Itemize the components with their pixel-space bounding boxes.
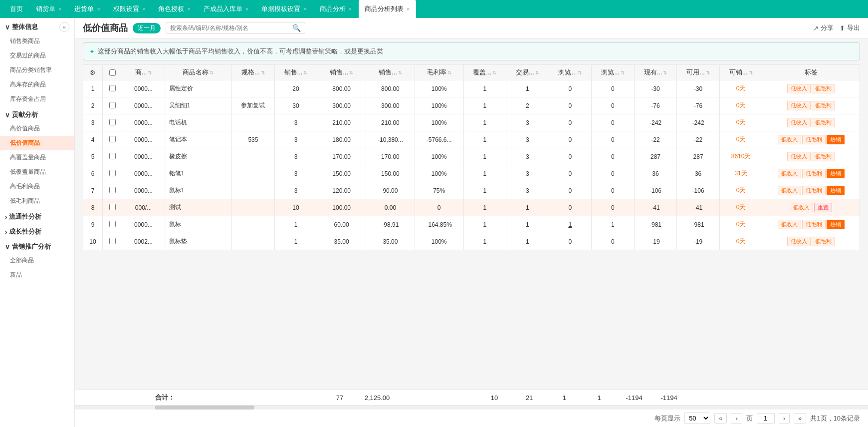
close-icon[interactable]: × <box>58 6 61 12</box>
select-all-checkbox[interactable] <box>109 69 116 76</box>
row-checkbox[interactable] <box>103 148 122 165</box>
col-sales3[interactable]: 销售...⇅ <box>366 65 415 80</box>
row-select-checkbox[interactable] <box>109 204 116 210</box>
sidebar-group-growth[interactable]: › 成长性分析 <box>0 223 74 238</box>
sidebar-group-marketing[interactable]: ∨ 营销推广分析 <box>0 238 74 253</box>
sidebar-item-category-sales-rate[interactable]: 商品分类销售率 <box>0 63 74 77</box>
col-stock1[interactable]: 现有...⇅ <box>634 65 677 80</box>
row-checkbox[interactable] <box>103 165 122 182</box>
sidebar-item-low-value[interactable]: 低价值商品 <box>0 136 74 150</box>
row-name[interactable]: 电话机 <box>165 114 231 131</box>
row-select-checkbox[interactable] <box>109 221 116 227</box>
sidebar-group-overall[interactable]: ∨ 整体信息 « <box>0 18 74 34</box>
table-row[interactable]: 1 0000... 属性定价 20 800.00 800.00 100% 1 1… <box>83 80 860 97</box>
col-settings[interactable]: ⚙ <box>83 65 103 80</box>
row-name[interactable]: 鼠标垫 <box>165 233 231 250</box>
scrollbar-thumb[interactable] <box>155 406 254 410</box>
table-row[interactable]: 5 0000... 橡皮擦 3 170.00 170.00 100% 1 3 0… <box>83 148 860 165</box>
sidebar-group-contribution[interactable]: ∨ 贡献分析 <box>0 106 74 121</box>
close-icon[interactable]: × <box>142 6 145 12</box>
sidebar-item-low-margin[interactable]: 低毛利商品 <box>0 194 74 208</box>
nav-sales-order[interactable]: 销货单 × <box>30 0 67 18</box>
close-icon[interactable]: × <box>187 6 190 12</box>
col-trade[interactable]: 交易...⇅ <box>506 65 549 80</box>
row-name[interactable]: 鼠标 <box>165 216 231 233</box>
sidebar-item-sales-products[interactable]: 销售类商品 <box>0 34 74 48</box>
col-stock3[interactable]: 可销...⇅ <box>719 65 762 80</box>
table-row[interactable]: 3 0000... 电话机 3 210.00 210.00 100% 1 3 0… <box>83 114 860 131</box>
row-name[interactable]: 测试 <box>165 199 231 216</box>
sidebar-item-high-stock[interactable]: 高库存的商品 <box>0 77 74 92</box>
pagination-first-button[interactable]: « <box>714 413 727 424</box>
col-browse2[interactable]: 浏览...⇅ <box>592 65 635 80</box>
search-input[interactable] <box>170 24 289 31</box>
page-number-input[interactable] <box>757 413 775 424</box>
row-select-checkbox[interactable] <box>109 136 116 142</box>
share-button[interactable]: ↗ 分享 <box>813 23 834 32</box>
nav-permission[interactable]: 权限设置 × <box>107 0 151 18</box>
row-select-checkbox[interactable] <box>109 170 116 176</box>
table-row[interactable]: 6 0000... 铅笔1 3 150.00 150.00 100% 1 3 0… <box>83 165 860 182</box>
search-icon[interactable]: 🔍 <box>292 24 301 32</box>
close-icon[interactable]: × <box>303 6 306 12</box>
row-name[interactable]: 鼠标1 <box>165 182 231 199</box>
row-checkbox[interactable] <box>103 80 122 97</box>
filter-tag-recent-month[interactable]: 近一月 <box>133 23 161 33</box>
row-checkbox[interactable] <box>103 131 122 148</box>
nav-product-analysis[interactable]: 商品分析 × <box>314 0 358 18</box>
nav-product-inbound[interactable]: 产成品入库单 × <box>198 0 254 18</box>
row-checkbox[interactable] <box>103 182 122 199</box>
close-icon[interactable]: × <box>349 6 352 12</box>
sidebar-item-new-products[interactable]: 新品 <box>0 268 74 282</box>
col-margin[interactable]: 毛利率⇅ <box>415 65 463 80</box>
row-name[interactable]: 吴细细1 <box>165 97 231 114</box>
row-select-checkbox[interactable] <box>109 153 116 159</box>
table-row[interactable]: 2 0000... 吴细细1 参加复试 30 300.00 300.00 100… <box>83 97 860 114</box>
browse1-link[interactable]: 1 <box>568 221 572 228</box>
sidebar-item-high-value[interactable]: 高价值商品 <box>0 121 74 136</box>
close-icon[interactable]: × <box>245 6 248 12</box>
nav-product-analysis-list[interactable]: 商品分析列表 × <box>359 0 416 18</box>
col-name[interactable]: 商品名称⇅ <box>165 65 231 80</box>
close-icon[interactable]: × <box>407 6 410 12</box>
col-stock2[interactable]: 可用...⇅ <box>677 65 720 80</box>
sidebar-item-traded-products[interactable]: 交易过的商品 <box>0 48 74 63</box>
row-name[interactable]: 属性定价 <box>165 80 231 97</box>
sidebar-item-stock-capital[interactable]: 库存资金占用 <box>0 92 74 106</box>
row-select-checkbox[interactable] <box>109 85 116 91</box>
table-row[interactable]: 10 0002... 鼠标垫 1 35.00 35.00 100% 1 1 0 … <box>83 233 860 250</box>
sidebar-group-circulation[interactable]: › 流通性分析 <box>0 208 74 223</box>
row-checkbox[interactable] <box>103 233 122 250</box>
sidebar-item-high-coverage[interactable]: 高覆盖量商品 <box>0 150 74 165</box>
table-row[interactable]: 4 0000... 笔记本 535 3 180.00 -10,380... -5… <box>83 131 860 148</box>
sidebar-item-high-margin[interactable]: 高毛利商品 <box>0 179 74 194</box>
row-checkbox[interactable] <box>103 199 122 216</box>
close-icon[interactable]: × <box>97 6 100 12</box>
nav-role-auth[interactable]: 角色授权 × <box>152 0 196 18</box>
col-sales1[interactable]: 销售...⇅ <box>274 65 317 80</box>
row-name[interactable]: 铅笔1 <box>165 165 231 182</box>
col-sales2[interactable]: 销售...⇅ <box>317 65 366 80</box>
col-spec[interactable]: 规格...⇅ <box>232 65 275 80</box>
table-row[interactable]: 9 0000... 鼠标 1 60.00 -98.91 -164.85% 1 1… <box>83 216 860 233</box>
col-browse1[interactable]: 浏览...⇅ <box>549 65 592 80</box>
col-checkbox[interactable] <box>103 65 122 80</box>
row-checkbox[interactable] <box>103 97 122 114</box>
table-row[interactable]: 7 0000... 鼠标1 3 120.00 90.00 75% 1 3 0 0… <box>83 182 860 199</box>
row-select-checkbox[interactable] <box>109 119 116 125</box>
row-select-checkbox[interactable] <box>109 187 116 193</box>
row-select-checkbox[interactable] <box>109 238 116 244</box>
row-checkbox[interactable] <box>103 114 122 131</box>
pagination-prev-button[interactable]: ‹ <box>731 413 742 424</box>
pagination-next-button[interactable]: › <box>779 413 790 424</box>
table-row[interactable]: 8 000/... 测试 10 100.00 0.00 0 1 1 0 0 -4… <box>83 199 860 216</box>
row-select-checkbox[interactable] <box>109 102 116 108</box>
nav-purchase-order[interactable]: 进货单 × <box>68 0 106 18</box>
collapse-button[interactable]: « <box>59 22 69 32</box>
row-checkbox[interactable] <box>103 216 122 233</box>
horizontal-scrollbar[interactable] <box>75 406 868 410</box>
row-name[interactable]: 橡皮擦 <box>165 148 231 165</box>
col-code[interactable]: 商...⇅ <box>122 65 165 80</box>
sidebar-item-low-coverage[interactable]: 低覆盖量商品 <box>0 165 74 179</box>
nav-home[interactable]: 首页 <box>4 0 29 18</box>
